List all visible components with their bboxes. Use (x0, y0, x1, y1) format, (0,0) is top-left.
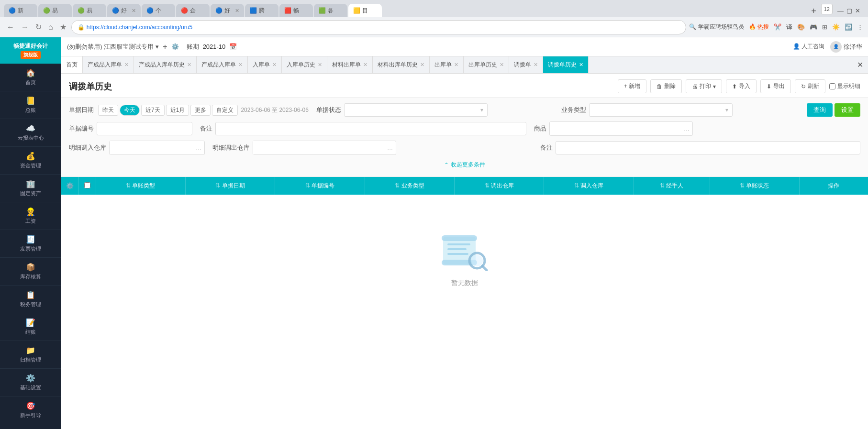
export-button[interactable]: ⬇ 导出 (760, 79, 791, 93)
browser-tab-t1[interactable]: 🔵新 (4, 4, 37, 17)
col-doc-type[interactable]: ⇅ 单账类型 (96, 177, 185, 195)
col-in-warehouse[interactable]: ⇅ 调入仓库 (544, 177, 634, 195)
page-tab-close[interactable]: ✕ (318, 62, 322, 68)
user-area[interactable]: 👤 徐泽华 (830, 41, 862, 53)
sidebar-item-资金管理[interactable]: 💰资金管理 (0, 147, 61, 175)
sidebar-item-工资[interactable]: 👷工资 (0, 202, 61, 230)
browser-tab-t2[interactable]: 🟢易 (38, 4, 72, 17)
page-tab-出库单历史[interactable]: 出库单历史✕ (464, 56, 509, 74)
import-button[interactable]: ⬆ 导入 (726, 79, 757, 93)
page-tab-入库单历史[interactable]: 入库单历史✕ (282, 56, 327, 74)
sidebar-item-云报表中心[interactable]: ☁️云报表中心 (0, 119, 61, 147)
browser-tab-t3[interactable]: 🟢易 (73, 4, 106, 17)
type-select[interactable]: ▾ (589, 103, 733, 117)
refresh-button[interactable]: ↻ 刷新 (795, 79, 825, 93)
col-doc-status[interactable]: ⇅ 单账状态 (710, 177, 799, 195)
col-doc-num[interactable]: ⇅ 单据编号 (275, 177, 365, 195)
sidebar-item-税务管理[interactable]: 📋税务管理 (0, 286, 61, 313)
collapse-filter-btn[interactable]: ⌃ 收起更多条件 (69, 159, 860, 171)
status-select[interactable]: ▾ (344, 103, 488, 117)
browser-tab-t11[interactable]: 🟨目 (348, 4, 382, 17)
date-option-自定义[interactable]: 自定义 (212, 105, 238, 116)
in-warehouse-input[interactable] (110, 141, 193, 154)
settings-button[interactable]: 设置 (835, 103, 860, 117)
sidebar-item-基础设置[interactable]: ⚙️基础设置 (0, 369, 61, 396)
sidebar-item-结账[interactable]: 📝结账 (0, 313, 61, 341)
remark2-input[interactable] (556, 141, 860, 154)
goods-dots-btn[interactable]: ... (681, 125, 692, 132)
company-selector[interactable]: (勿删勿禁用) 江西服宝测试专用 ▾ (67, 43, 159, 51)
add-company-button[interactable]: + (163, 43, 167, 51)
out-warehouse-input[interactable] (253, 141, 384, 154)
close-icon[interactable]: ✕ (855, 7, 860, 14)
page-tab-close[interactable]: ✕ (420, 62, 424, 68)
doc-num-input[interactable] (97, 122, 192, 135)
sidebar-item-首页[interactable]: 🏠首页 (0, 64, 61, 91)
browser-tab-t7[interactable]: 🔵好✕ (211, 4, 244, 17)
date-option-更多[interactable]: 更多 (190, 105, 211, 116)
ext-icon3[interactable]: ⊞ (822, 23, 827, 31)
goods-input[interactable] (550, 122, 681, 135)
reload-button[interactable]: ↻ (33, 21, 44, 33)
page-tab-出库单[interactable]: 出库单✕ (430, 56, 464, 74)
bookmark-button[interactable]: ★ (58, 21, 68, 33)
new-button[interactable]: + 新增 (618, 79, 646, 93)
date-option-今天[interactable]: 今天 (120, 105, 140, 116)
col-gear[interactable]: ⚙️ (61, 177, 78, 195)
ext-icon1[interactable]: 🎨 (797, 23, 805, 31)
tab-bar-close-icon[interactable]: ✕ (852, 60, 868, 69)
page-tab-close[interactable]: ✕ (272, 62, 277, 68)
page-tab-产成品入库单历史[interactable]: 产成品入库单历史✕ (134, 56, 197, 74)
consultant-icon[interactable]: 👤 人工咨询 (793, 43, 824, 51)
sidebar-item-新手引导[interactable]: 🎯新手引导 (0, 396, 61, 424)
show-columns-checkbox-label[interactable]: 显示明细 (829, 82, 860, 90)
page-tab-材料出库单历史[interactable]: 材料出库单历史✕ (373, 56, 430, 74)
page-tab-close[interactable]: ✕ (534, 62, 538, 68)
translate-icon[interactable]: 译 (786, 23, 792, 32)
date-option-昨天[interactable]: 昨天 (98, 105, 118, 116)
cut-icon[interactable]: ✂️ (774, 23, 781, 31)
menu-icon[interactable]: ⋮ (857, 23, 863, 31)
browser-tab-t9[interactable]: 🟥畅 (279, 4, 313, 17)
page-tab-入库单[interactable]: 入库单✕ (248, 56, 282, 74)
home-button[interactable]: ⌂ (46, 21, 55, 33)
page-tab-调拨单历史[interactable]: 调拨单历史✕ (543, 56, 589, 74)
col-biz-type[interactable]: ⇅ 业务类型 (365, 177, 454, 195)
in-warehouse-dots-btn[interactable]: ... (193, 144, 204, 152)
page-tab-close[interactable]: ✕ (500, 62, 504, 68)
delete-button[interactable]: 🗑 删除 (650, 79, 682, 93)
date-option-近7天[interactable]: 近7天 (141, 105, 165, 116)
col-handler[interactable]: ⇅ 经手人 (634, 177, 710, 195)
search-button[interactable]: 查询 (807, 103, 833, 117)
page-tab-产成品入库单[interactable]: 产成品入库单✕ (197, 56, 248, 74)
address-bar[interactable]: 🔒 https://cloud.chanjet.com/accounting/u… (71, 20, 687, 34)
page-tab-close[interactable]: ✕ (363, 62, 367, 68)
browser-tab-t8[interactable]: 🟦腾 (245, 4, 278, 17)
print-button[interactable]: 🖨 打印 ▾ (686, 79, 722, 93)
sidebar-item-库存核算[interactable]: 📦库存核算 (0, 258, 61, 286)
page-tab-调拨单[interactable]: 调拨单✕ (509, 56, 543, 74)
sidebar-item-总账[interactable]: 📒总账 (0, 91, 61, 119)
page-tab-材料出库单[interactable]: 材料出库单✕ (327, 56, 373, 74)
browser-tab-t4[interactable]: 🔵好✕ (107, 4, 141, 17)
browser-tab-t5[interactable]: 🔵个 (142, 4, 175, 17)
forward-button[interactable]: → (19, 21, 31, 33)
browser-tab-t10[interactable]: 🟩各 (314, 4, 347, 17)
sidebar-item-发票管理[interactable]: 🧾发票管理 (0, 230, 61, 258)
show-columns-checkbox[interactable] (829, 83, 835, 89)
ext-icon4[interactable]: ☀️ (832, 23, 840, 31)
page-tab-产成品入库单[interactable]: 产成品入库单✕ (83, 56, 134, 74)
select-all-checkbox[interactable] (84, 182, 90, 188)
page-tab-close[interactable]: ✕ (238, 62, 243, 68)
col-out-warehouse[interactable]: ⇅ 调出仓库 (455, 177, 544, 195)
sidebar-item-畅会员[interactable]: 👑畅会员 (0, 424, 61, 429)
col-date[interactable]: ⇅ 单据日期 (185, 177, 275, 195)
sidebar-item-固定资产[interactable]: 🏢固定资产 (0, 175, 61, 202)
new-tab-button[interactable]: + (807, 5, 820, 17)
back-button[interactable]: ← (5, 21, 16, 33)
calendar-icon[interactable]: 📅 (229, 43, 237, 50)
col-checkbox[interactable] (78, 177, 96, 195)
date-option-近1月[interactable]: 近1月 (166, 105, 189, 116)
undo-icon[interactable]: ↩️ (845, 23, 852, 31)
maximize-icon[interactable]: ▢ (846, 7, 852, 14)
